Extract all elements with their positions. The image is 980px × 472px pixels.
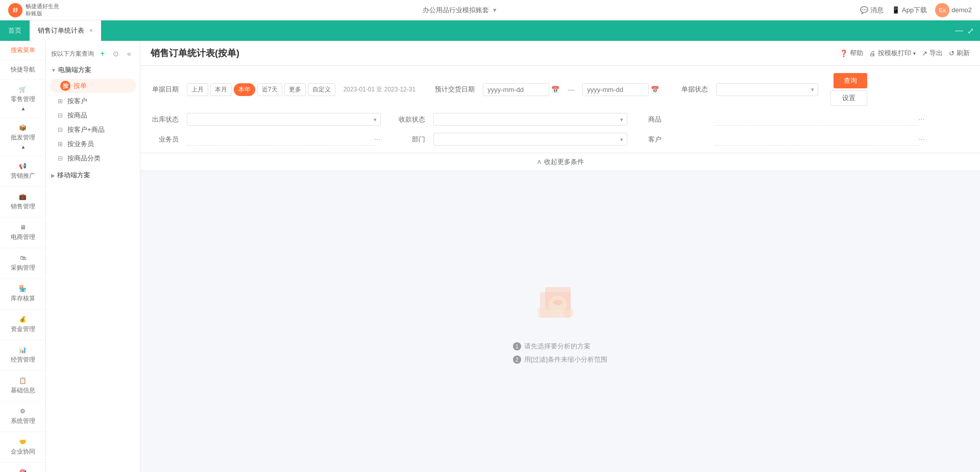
scheme-item-label-by-customer: 按客户 [67,97,87,106]
goods-label: 商品 [644,115,662,124]
top-bar-right: 💬 消息 📱 App下载 Ea demo2 [860,3,972,17]
sidebar-item-inventory[interactable]: 🏪 库存核算 [0,279,45,310]
tree-pc-parent[interactable]: ▼ 电脑端方案 [46,62,140,78]
empty-hint-1: 1 请先选择要分析的方案 [513,340,607,353]
scheme-item-by-order[interactable]: 按 按单 [50,79,136,93]
sidebar-quick-nav[interactable]: 快捷导航 [0,60,45,80]
this-year-btn[interactable]: 本年 [234,83,255,96]
customer-scheme-icon: ⊞ [56,97,64,105]
filter-row-3: 业务员 ··· 部门 客户 ··· [151,133,970,146]
empty-state: 1 请先选择要分析的方案 2 用[过滤]条件来缩小分析范围 [140,171,980,472]
collapse-bar[interactable]: ∧ 收起更多条件 [140,153,980,171]
date-quick-btns: 上月 本月 本年 近7天 更多 自定义 [187,83,335,96]
page-title-bar: 销售订单统计表(按单) ❓ 帮助 🖨 按模板打印 ▾ ↗ 导出 [140,41,980,66]
tree-mobile-label: 移动端方案 [57,171,90,180]
dropdown-icon[interactable]: ▾ [493,6,497,14]
tab-close-icon[interactable]: × [89,27,93,34]
expected-date-end[interactable] [582,83,649,96]
dept-label: 部门 [397,135,425,144]
goods-input[interactable] [714,113,918,126]
sidebar-item-finance[interactable]: 💰 资金管理 [0,310,45,340]
logo-icon: 好 [8,3,22,17]
print-dropdown-icon: ▾ [913,51,916,56]
dept-select[interactable] [433,133,627,146]
template-print-btn[interactable]: 🖨 按模板打印 ▾ [869,49,916,58]
expected-date-start[interactable] [483,83,549,96]
collapse-panel-btn[interactable]: « [124,48,135,59]
main-layout: 搜索菜单 快捷导航 🛒 零售管理 ▲ 📦 批发管理 ▲ 📢 营销推广 💼 销售管… [0,41,980,472]
last7-btn[interactable]: 近7天 [257,83,282,96]
page-title: 销售订单统计表(按单) [151,47,239,65]
app-download-btn[interactable]: 📱 App下载 [892,6,927,15]
refresh-icon: ↺ [949,50,954,57]
tab-minimize-btn[interactable]: — [955,26,963,35]
customer-input[interactable] [714,133,918,146]
last-month-btn[interactable]: 上月 [187,83,208,96]
query-btn[interactable]: 查询 [834,73,867,88]
bill-status-select[interactable] [716,83,818,96]
tree-mobile-parent[interactable]: ▶ 移动端方案 [46,168,140,183]
scheme-item-label-by-salesperson: 按业务员 [67,139,94,149]
svg-rect-4 [537,308,553,318]
category-scheme-icon: ⊟ [56,154,64,162]
receipt-status-select[interactable] [433,113,627,126]
help-btn[interactable]: ❓ 帮助 [840,49,863,58]
page-actions: ❓ 帮助 🖨 按模板打印 ▾ ↗ 导出 ↺ 刷新 [840,49,970,64]
custom-date-btn[interactable]: 自定义 [308,83,335,96]
phone-icon: 📱 [892,6,900,14]
sidebar-item-coop[interactable]: 🤝 企业协同 [0,432,45,463]
scheme-item-by-category[interactable]: ⊟ 按商品分类 [46,151,140,166]
goods-more-icon[interactable]: ··· [918,115,925,124]
salesperson-more-icon[interactable]: ··· [374,135,381,144]
customer-more-icon[interactable]: ··· [918,135,925,144]
setting-scheme-btn[interactable]: ⊙ [110,48,121,59]
sidebar-search[interactable]: 搜索菜单 [0,41,45,60]
scheme-item-by-cust-goods[interactable]: ⊟ 按客户+商品 [46,123,140,137]
sidebar-item-newbie[interactable]: 🎯 新手引导 [0,463,45,472]
refresh-btn[interactable]: ↺ 刷新 [949,49,970,58]
filter-row-1: 单据日期 上月 本月 本年 近7天 更多 自定义 2023-01-01 至 20… [151,73,970,106]
sidebar-item-purchase[interactable]: 🛍 采购管理 [0,248,45,279]
calendar-icon-start[interactable]: 📅 [551,86,559,93]
sidebar: 搜索菜单 快捷导航 🛒 零售管理 ▲ 📦 批发管理 ▲ 📢 营销推广 💼 销售管… [0,41,46,472]
sidebar-item-retail[interactable]: 🛒 零售管理 ▲ [0,80,45,118]
sidebar-item-basic[interactable]: 📋 基础信息 [0,371,45,402]
sidebar-item-wholesale[interactable]: 📦 批发管理 ▲ [0,118,45,156]
sidebar-item-system[interactable]: ⚙ 系统管理 [0,402,45,432]
top-bar-center: 办公用品行业模拟账套 ▾ [423,6,497,15]
sidebar-item-ops[interactable]: 📊 经营管理 [0,340,45,371]
user-menu[interactable]: Ea demo2 [935,3,972,17]
this-month-btn[interactable]: 本月 [210,83,232,96]
tab-bar-actions: — ⤢ [955,26,980,36]
scheme-item-by-salesperson[interactable]: ⊞ 按业务员 [46,137,140,151]
more-date-btn[interactable]: 更多 [284,83,306,96]
dept-select-wrap [433,133,627,146]
message-btn[interactable]: 💬 消息 [860,6,884,15]
scheme-item-by-goods[interactable]: ⊟ 按商品 [46,108,140,123]
scheme-active-badge: 按 [60,81,70,91]
expected-date-start-wrap: 📅 [483,83,559,96]
salesperson-input[interactable] [187,133,374,146]
settings-btn[interactable]: 设置 [830,90,867,106]
date-range-display: 2023-01-01 至 2023-12-31 [344,85,415,94]
ship-status-select[interactable] [187,113,381,126]
scheme-item-label-by-goods: 按商品 [67,111,87,120]
logo-text: 畅捷通好生意 标账版 [26,3,59,16]
svg-point-3 [563,308,573,318]
scheme-item-by-customer[interactable]: ⊞ 按客户 [46,94,140,108]
calendar-icon-end[interactable]: 📅 [651,86,659,93]
export-btn[interactable]: ↗ 导出 [922,49,943,58]
sidebar-item-ecom[interactable]: 🖥 电商管理 [0,218,45,248]
left-panel: 按以下方案查询 + ⊙ « ▼ 电脑端方案 按 按单 ⊞ 按客户 [46,41,140,472]
top-bar: 好 畅捷通好生意 标账版 办公用品行业模拟账套 ▾ 💬 消息 📱 App下载 E… [0,0,980,20]
export-icon: ↗ [922,50,927,57]
sidebar-item-sales[interactable]: 💼 销售管理 [0,187,45,218]
tab-maximize-btn[interactable]: ⤢ [967,26,974,36]
tab-home[interactable]: 首页 [0,20,30,41]
print-icon: 🖨 [869,50,876,57]
sidebar-item-marketing[interactable]: 📢 营销推广 [0,156,45,187]
bill-status-select-wrap [716,83,818,96]
receipt-status-select-wrap [433,113,627,126]
tab-sales-order-stats[interactable]: 销售订单统计表 × [30,20,101,41]
add-scheme-btn[interactable]: + [97,48,108,59]
